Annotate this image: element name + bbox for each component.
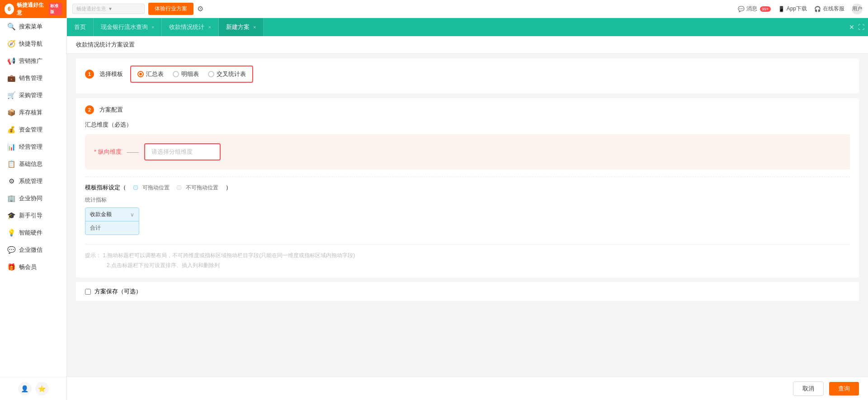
tab-receipts-close[interactable]: ×: [208, 24, 211, 30]
hint-section: 提示： 1.拖动标题栏可以调整布局，不可跨维度或指标区域拖动栏目字段(只能在同一…: [85, 244, 850, 270]
sidebar-item-sales[interactable]: 💼 销售管理: [0, 70, 66, 87]
dimension-label: * 纵向维度: [94, 148, 122, 156]
radio-cross-label: 交叉统计表: [217, 70, 246, 78]
dimension-selector[interactable]: 请选择分组维度: [144, 143, 221, 160]
stat-card-body-text: 合计: [90, 225, 101, 231]
sidebar-item-label: 采购管理: [19, 91, 42, 99]
sidebar-item-label: 系统管理: [19, 177, 42, 185]
download-icon: 📱: [778, 6, 785, 12]
page-header: 收款情况统计方案设置: [67, 36, 868, 54]
radio-cross[interactable]: 交叉统计表: [208, 70, 246, 78]
tab-cashflow-close[interactable]: ×: [151, 24, 154, 30]
sidebar-item-basic[interactable]: 📋 基础信息: [0, 155, 66, 173]
sidebar-item-label: 经营管理: [19, 143, 42, 151]
message-item[interactable]: 💬 消息 99+: [738, 5, 770, 13]
sidebar-item-wechat[interactable]: 💬 企业微信: [0, 241, 66, 259]
dimension-area: * 纵向维度 —— 请选择分组维度: [85, 134, 850, 169]
search-icon: 🔍: [7, 23, 15, 31]
hint-line-2: 2.点击标题栏下拉可设置排序、插入列和删除列: [85, 261, 850, 271]
main-content: 畅捷通好生意 ▼ 体验行业方案 ⚙ 💬 消息 99+ 📱 App下载 🎧 在线客…: [67, 0, 868, 400]
page-content: 收款情况统计方案设置 1 选择模板 汇总表 明细表: [67, 36, 868, 376]
indicator-section: 模板指标设定（ 可拖动位置 不可拖动位置 ） 统计指标 收款金额: [85, 177, 850, 235]
sidebar-item-system[interactable]: ⚙ 系统管理: [0, 173, 66, 190]
support-icon: 🎧: [814, 6, 821, 12]
search-placeholder-text: 畅捷通好生意: [76, 5, 106, 12]
management-icon: 📊: [7, 143, 15, 151]
sidebar-item-hardware[interactable]: 💡 智能硬件: [0, 224, 66, 241]
indicator-header: 模板指标设定（ 可拖动位置 不可拖动位置 ）: [85, 184, 850, 192]
query-button[interactable]: 查询: [829, 382, 859, 395]
wechat-icon: 💬: [7, 246, 15, 254]
brand-badge: 标准版: [49, 3, 62, 15]
purchase-icon: 🛒: [7, 91, 15, 99]
inventory-icon: 📦: [7, 108, 15, 117]
dimension-arrow: ——: [127, 149, 139, 155]
tab-new-plan[interactable]: 新建方案 ×: [219, 18, 264, 36]
dimension-row: * 纵向维度 —— 请选择分组维度: [94, 143, 841, 160]
sidebar-item-label: 畅会员: [19, 263, 37, 271]
message-icon: 💬: [738, 6, 745, 12]
sidebar-item-purchase[interactable]: 🛒 采购管理: [0, 87, 66, 104]
member-icon: 🎁: [7, 263, 15, 271]
sidebar-item-marketing[interactable]: 📢 营销推广: [0, 52, 66, 70]
industry-btn[interactable]: 体验行业方案: [148, 3, 193, 15]
sidebar-bottom: 👤 ⭐: [0, 377, 66, 400]
tab-new-plan-close[interactable]: ×: [253, 24, 256, 30]
tab-expand-btn[interactable]: ⛶: [858, 24, 864, 31]
dropdown-icon: ▼: [108, 6, 113, 11]
step1-badge: 1: [85, 70, 94, 79]
stat-card-dropdown-icon[interactable]: ∨: [130, 212, 134, 218]
basic-icon: 📋: [7, 160, 15, 168]
stat-card-body: 合计: [85, 221, 139, 235]
avatar: 用户: [852, 4, 863, 14]
tab-receipts[interactable]: 收款情况统计 ×: [162, 18, 218, 36]
guide-icon: 🎓: [7, 212, 15, 220]
sidebar-item-management[interactable]: 📊 经营管理: [0, 138, 66, 155]
corp-icon: 🏢: [7, 194, 15, 202]
tab-actions: ✕ ⛶: [849, 18, 868, 36]
stat-card-title: 收款金额: [90, 211, 112, 218]
legend-fixed-dot: [177, 185, 181, 190]
message-label: 消息: [746, 5, 757, 13]
step2-badge: 2: [85, 105, 94, 114]
tab-cashflow[interactable]: 现金银行流水查询 ×: [94, 18, 162, 36]
save-checkbox[interactable]: [85, 289, 91, 295]
bottom-icon-2[interactable]: ⭐: [35, 382, 49, 395]
tab-home-label: 首页: [74, 23, 86, 31]
stat-card: 收款金额 ∨ 合计: [85, 207, 139, 235]
user-avatar[interactable]: 用户: [852, 4, 863, 14]
logo-icon: 6: [5, 4, 14, 14]
gear-icon[interactable]: ⚙: [197, 5, 203, 13]
sidebar-item-search[interactable]: 🔍 搜索菜单: [0, 18, 66, 35]
sidebar-item-inventory[interactable]: 📦 库存核算: [0, 104, 66, 121]
page-title: 收款情况统计方案设置: [76, 41, 135, 48]
sidebar-item-corp[interactable]: 🏢 企业协同: [0, 190, 66, 207]
save-label: 方案保存（可选）: [94, 287, 142, 296]
tab-home[interactable]: 首页: [67, 18, 94, 36]
download-label: App下载: [787, 5, 807, 13]
sidebar-item-finance[interactable]: 💰 资金管理: [0, 121, 66, 138]
support-item[interactable]: 🎧 在线客服: [814, 5, 844, 13]
cancel-button[interactable]: 取消: [793, 381, 824, 396]
step1-row: 1 选择模板 汇总表 明细表 交叉统计表: [85, 66, 850, 83]
save-section: 方案保存（可选）: [76, 282, 859, 301]
marketing-icon: 📢: [7, 57, 15, 65]
system-icon: ⚙: [7, 177, 15, 185]
tab-close-btn[interactable]: ✕: [849, 24, 854, 31]
sidebar-item-label: 资金管理: [19, 126, 42, 134]
step2-label: 方案配置: [99, 106, 123, 114]
brand-name: 畅捷通好生意: [17, 1, 45, 17]
template-options: 汇总表 明细表 交叉统计表: [130, 66, 253, 83]
stat-card-header[interactable]: 收款金额 ∨: [85, 208, 139, 221]
radio-summary[interactable]: 汇总表: [137, 70, 164, 78]
download-item[interactable]: 📱 App下载: [778, 5, 807, 13]
support-label: 在线客服: [823, 5, 844, 13]
tab-new-plan-label: 新建方案: [226, 23, 250, 31]
radio-detail[interactable]: 明细表: [173, 70, 199, 78]
sidebar-item-member[interactable]: 🎁 畅会员: [0, 259, 66, 276]
step2-card: 2 方案配置 汇总维度（必选） * 纵向维度 —— 请选择分组维度 模板指标设定…: [76, 98, 859, 278]
sidebar-item-guide[interactable]: 🎓 新手引导: [0, 207, 66, 224]
sidebar-item-nav[interactable]: 🧭 快捷导航: [0, 35, 66, 52]
topbar-search-display: 畅捷通好生意 ▼: [72, 4, 145, 14]
bottom-icon-1[interactable]: 👤: [18, 382, 32, 395]
